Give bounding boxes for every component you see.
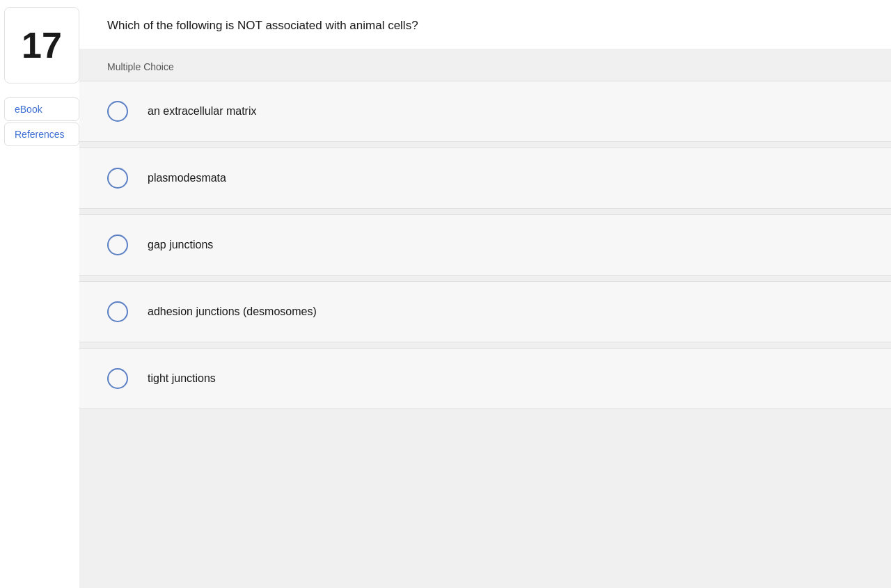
main-content: Which of the following is NOT associated… <box>79 0 891 588</box>
option-item-e[interactable]: tight junctions <box>79 348 891 409</box>
options-container: an extracellular matrixplasmodesmatagap … <box>79 81 891 415</box>
answer-section: Multiple Choice an extracellular matrixp… <box>79 49 891 589</box>
question-number: 17 <box>22 27 62 63</box>
radio-d[interactable] <box>107 301 128 322</box>
references-link[interactable]: References <box>4 122 79 146</box>
question-number-card: 17 <box>4 7 79 84</box>
radio-a[interactable] <box>107 101 128 122</box>
option-label-a: an extracellular matrix <box>148 105 257 118</box>
option-item-d[interactable]: adhesion junctions (desmosomes) <box>79 281 891 342</box>
sidebar-links: eBook References <box>0 97 79 148</box>
option-label-b: plasmodesmata <box>148 172 226 184</box>
option-label-d: adhesion junctions (desmosomes) <box>148 305 317 318</box>
question-header: Which of the following is NOT associated… <box>79 0 891 49</box>
radio-e[interactable] <box>107 368 128 389</box>
option-label-c: gap junctions <box>148 239 213 251</box>
sidebar: 17 eBook References <box>0 0 79 588</box>
radio-b[interactable] <box>107 168 128 189</box>
option-label-e: tight junctions <box>148 372 216 385</box>
option-item-a[interactable]: an extracellular matrix <box>79 81 891 142</box>
answer-type-label: Multiple Choice <box>79 49 891 81</box>
option-item-c[interactable]: gap junctions <box>79 214 891 276</box>
question-text: Which of the following is NOT associated… <box>107 17 863 35</box>
option-item-b[interactable]: plasmodesmata <box>79 148 891 209</box>
ebook-link[interactable]: eBook <box>4 97 79 121</box>
radio-c[interactable] <box>107 235 128 255</box>
